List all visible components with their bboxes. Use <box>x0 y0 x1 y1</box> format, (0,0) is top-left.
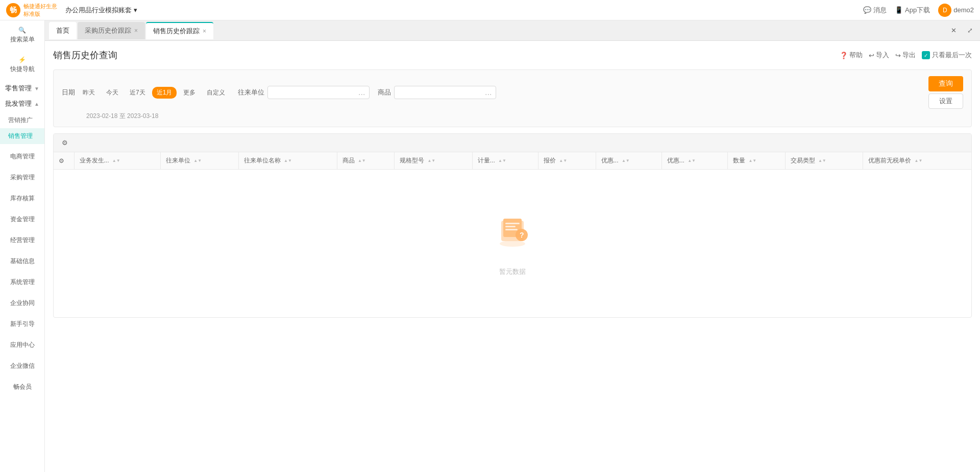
date-btn-custom[interactable]: 自定义 <box>202 87 230 99</box>
sort-arrows-price: ▲▼ <box>559 158 567 163</box>
svg-rect-4 <box>505 226 516 227</box>
tab-sales-history[interactable]: 销售历史价跟踪 × <box>146 22 213 39</box>
col-spec[interactable]: 规格型号 ▲▼ <box>395 152 473 170</box>
table-toolbar: ⚙ <box>54 134 971 152</box>
sort-arrows-discount1: ▲▼ <box>622 158 630 163</box>
sidebar-item-system[interactable]: 系统管理 <box>0 272 44 293</box>
date-btn-yesterday[interactable]: 昨天 <box>78 87 100 99</box>
sidebar-item-sales-mgmt[interactable]: 销售管理 <box>0 128 44 144</box>
sidebar-item-finance[interactable]: 资金管理 <box>0 209 44 230</box>
app-selector[interactable]: 办公用品行业模拟账套 ▾ <box>61 4 141 17</box>
col-price[interactable]: 报价 ▲▼ <box>538 152 596 170</box>
sidebar-section-wholesale[interactable]: 批发管理 ▲ <box>0 95 44 110</box>
sidebar-item-basic[interactable]: 基础信息 <box>0 251 44 272</box>
date-btn-more[interactable]: 更多 <box>179 87 200 99</box>
help-button[interactable]: ❓ 帮助 <box>840 51 863 60</box>
col-quantity[interactable]: 数量 ▲▼ <box>728 152 786 170</box>
col-discount1[interactable]: 优惠... ▲▼ <box>596 152 662 170</box>
sort-arrows-quantity: ▲▼ <box>748 158 756 163</box>
date-btn-last7[interactable]: 近7天 <box>125 87 150 99</box>
sidebar-item-marketing[interactable]: 营销推广 <box>0 112 44 128</box>
table-settings-icon[interactable]: ⚙ <box>58 136 72 150</box>
sidebar-item-ecommerce[interactable]: 电商管理 <box>0 146 44 167</box>
sidebar: 🔍 搜索菜单 ⚡ 快捷导航 零售管理 ▼ 批发管理 ▲ 营销推广 销售管理 电商… <box>0 20 45 472</box>
checkbox-icon: ✓ <box>922 51 930 59</box>
logo-icon: 畅 <box>6 3 20 17</box>
sidebar-item-wechat[interactable]: 企业微信 <box>0 356 44 376</box>
filter-row: 日期 昨天 今天 近7天 近1月 更多 自定义 往来单位 <box>62 76 963 109</box>
page-title-row: 销售历史价查询 ❓ 帮助 ↩ 导入 ↪ 导出 ✓ <box>53 49 972 61</box>
app-download-button[interactable]: 📱 App下载 <box>895 6 930 15</box>
goods-filter: 商品 ... <box>378 86 496 99</box>
top-header: 畅 畅捷通好生意 标准版 办公用品行业模拟账套 ▾ 💬 消息 📱 App下载 D… <box>0 0 980 20</box>
page-title: 销售历史价查询 <box>53 49 117 61</box>
sidebar-item-inventory[interactable]: 库存核算 <box>0 188 44 209</box>
sidebar-section-retail[interactable]: 零售管理 ▼ <box>0 80 44 95</box>
message-button[interactable]: 💬 消息 <box>863 6 887 15</box>
partner-input[interactable]: ... <box>267 86 370 99</box>
goods-input[interactable]: ... <box>394 86 496 99</box>
table-container: ⚙ ⚙ 业务发生... ▲▼ 往来单位 ▲▼ <box>53 133 972 318</box>
date-range-text: 2023-02-18 至 2023-03-18 <box>86 112 158 121</box>
date-buttons: 昨天 今天 近7天 近1月 更多 自定义 <box>78 87 230 99</box>
empty-state: ? 暂元数据 <box>54 170 971 317</box>
col-settings: ⚙ <box>54 152 74 170</box>
table-body: ? 暂元数据 <box>54 170 971 318</box>
tab-purchase-history-close[interactable]: × <box>134 27 138 34</box>
import-button[interactable]: ↩ 导入 <box>869 51 889 60</box>
sidebar-item-appstore[interactable]: 应用中心 <box>0 335 44 356</box>
query-button[interactable]: 查询 <box>928 76 963 91</box>
logo-text: 畅捷通好生意 标准版 <box>23 3 57 17</box>
logo-area: 畅 畅捷通好生意 标准版 <box>6 3 57 17</box>
goods-label: 商品 <box>378 88 391 97</box>
sidebar-item-member[interactable]: 畅会员 <box>0 376 44 397</box>
data-table: ⚙ 业务发生... ▲▼ 往来单位 ▲▼ 往来单位名称 ▲ <box>54 152 971 317</box>
export-icon: ↪ <box>895 52 901 59</box>
tab-bar: 首页 采购历史价跟踪 × 销售历史价跟踪 × ✕ ⤢ <box>45 20 980 41</box>
user-profile[interactable]: D demo2 <box>938 4 974 17</box>
col-biz-date[interactable]: 业务发生... ▲▼ <box>74 152 160 170</box>
settings-button[interactable]: 设置 <box>928 93 963 109</box>
empty-text: 暂元数据 <box>499 267 526 276</box>
date-btn-last1m[interactable]: 近1月 <box>152 87 177 99</box>
maximize-button[interactable]: ⤢ <box>964 25 976 37</box>
tab-sales-history-close[interactable]: × <box>203 28 206 35</box>
chevron-down-icon: ▾ <box>134 6 137 14</box>
sort-arrows-biz-date: ▲▼ <box>112 158 120 163</box>
sidebar-item-shortcut[interactable]: ⚡ 快捷导航 <box>0 50 44 80</box>
sidebar-item-search[interactable]: 🔍 搜索菜单 <box>0 20 44 50</box>
export-button[interactable]: ↪ 导出 <box>895 51 916 60</box>
col-partner-name[interactable]: 往来单位名称 ▲▼ <box>238 152 337 170</box>
col-trade-type[interactable]: 交易类型 ▲▼ <box>785 152 863 170</box>
sidebar-item-purchase[interactable]: 采购管理 <box>0 167 44 188</box>
col-pretax-price[interactable]: 优惠前无税单价 ▲▼ <box>863 152 971 170</box>
header-left: 畅 畅捷通好生意 标准版 办公用品行业模拟账套 ▾ <box>6 3 141 17</box>
col-partner-code[interactable]: 往来单位 ▲▼ <box>160 152 238 170</box>
sort-arrows-partner-name: ▲▼ <box>284 158 292 163</box>
sort-arrows-unit: ▲▼ <box>498 158 506 163</box>
empty-icon: ? <box>492 210 533 261</box>
sidebar-item-enterprise[interactable]: 企业协同 <box>0 293 44 314</box>
close-all-tabs-button[interactable]: ✕ <box>947 25 960 37</box>
col-unit[interactable]: 计量... ▲▼ <box>472 152 538 170</box>
page-title-actions: ❓ 帮助 ↩ 导入 ↪ 导出 ✓ 只看最后一次 <box>840 51 972 60</box>
import-icon: ↩ <box>869 52 874 59</box>
tab-purchase-history[interactable]: 采购历史价跟踪 × <box>78 22 145 39</box>
col-discount2[interactable]: 优惠... ▲▼ <box>662 152 727 170</box>
sidebar-item-operation[interactable]: 经营管理 <box>0 230 44 251</box>
sort-arrows-partner-code: ▲▼ <box>193 158 202 163</box>
sort-arrows-pretax-price: ▲▼ <box>915 158 923 163</box>
empty-row: ? 暂元数据 <box>54 170 971 318</box>
sidebar-item-guide[interactable]: 新手引导 <box>0 314 44 335</box>
col-goods[interactable]: 商品 ▲▼ <box>337 152 395 170</box>
header-right: 💬 消息 📱 App下载 D demo2 <box>863 4 974 17</box>
svg-point-0 <box>500 241 525 247</box>
only-last-checkbox[interactable]: ✓ 只看最后一次 <box>922 51 972 60</box>
tab-home[interactable]: 首页 <box>49 22 77 39</box>
message-icon: 💬 <box>863 6 871 14</box>
partner-label: 往来单位 <box>238 88 264 97</box>
date-btn-today[interactable]: 今天 <box>102 87 123 99</box>
filter-area: 日期 昨天 今天 近7天 近1月 更多 自定义 往来单位 <box>53 69 972 127</box>
download-icon: 📱 <box>895 6 903 14</box>
lightning-icon: ⚡ <box>18 56 26 63</box>
